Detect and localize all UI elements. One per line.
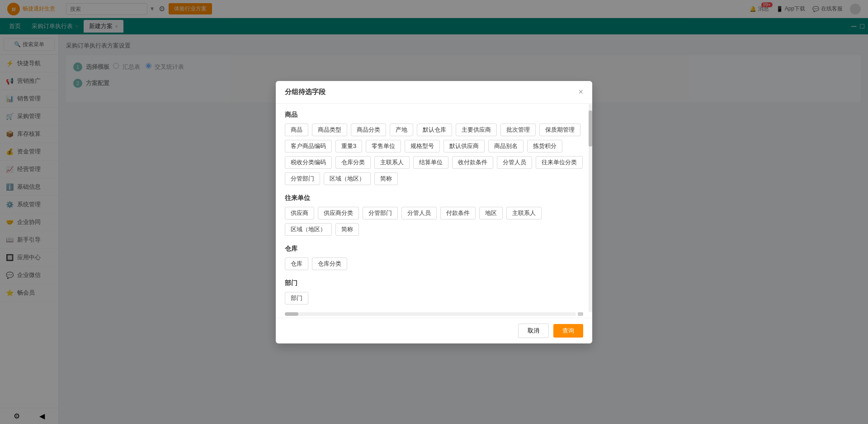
field-tag[interactable]: 商品分类 (351, 124, 386, 136)
field-tag[interactable]: 商品 (285, 124, 308, 136)
field-tag[interactable]: 规格型号 (405, 140, 440, 152)
modal-title: 分组待选字段 (285, 88, 326, 96)
field-tag[interactable]: 供应商分类 (318, 207, 359, 219)
field-tag[interactable]: 付款条件 (440, 207, 476, 219)
field-tags-warehouse: 仓库仓库分类 (285, 257, 583, 270)
field-tag[interactable]: 拣货积分 (527, 140, 562, 152)
field-tag[interactable]: 区域（地区） (324, 172, 371, 185)
field-tag[interactable]: 批次管理 (500, 124, 536, 136)
field-tag[interactable]: 仓库分类 (335, 156, 371, 169)
field-tag[interactable]: 商品别名 (488, 140, 524, 152)
field-tag[interactable]: 客户商品编码 (285, 140, 332, 152)
field-tag[interactable]: 产地 (390, 124, 413, 136)
field-group-counterpart: 往来单位 供应商供应商分类分管部门分管人员付款条件地区主联系人区域（地区）简称 (285, 194, 583, 236)
field-tag[interactable]: 简称 (374, 172, 398, 185)
modal-body[interactable]: 商品 商品商品类型商品分类产地默认仓库主要供应商批次管理保质期管理客户商品编码重… (276, 104, 592, 312)
field-group-product-title: 商品 (285, 111, 583, 119)
scroll-track (589, 104, 592, 312)
confirm-button[interactable]: 查询 (553, 324, 583, 338)
field-tag[interactable]: 主联系人 (374, 156, 410, 169)
field-tag[interactable]: 简称 (335, 223, 359, 236)
field-tags-product: 商品商品类型商品分类产地默认仓库主要供应商批次管理保质期管理客户商品编码重量3零… (285, 124, 583, 185)
field-tag[interactable]: 分管部门 (285, 172, 320, 185)
field-group-warehouse: 仓库 仓库仓库分类 (285, 245, 583, 270)
field-tag[interactable]: 商品类型 (312, 124, 347, 136)
modal-dialog: 分组待选字段 × 商品 商品商品类型商品分类产地默认仓库主要供应商批次管理保质期… (276, 81, 592, 343)
field-tag[interactable]: 地区 (479, 207, 503, 219)
horizontal-scrollbar-area (276, 312, 592, 318)
modal-overlay: 分组待选字段 × 商品 商品商品类型商品分类产地默认仓库主要供应商批次管理保质期… (0, 0, 868, 424)
field-tag[interactable]: 结算单位 (413, 156, 448, 169)
modal-footer: 取消 查询 (276, 318, 592, 343)
field-tag[interactable]: 收付款条件 (452, 156, 493, 169)
field-tag[interactable]: 部门 (285, 292, 308, 305)
modal-header: 分组待选字段 × (276, 81, 592, 104)
field-tag[interactable]: 仓库分类 (312, 257, 347, 270)
field-tag[interactable]: 主联系人 (506, 207, 542, 219)
h-scrollbar-track (285, 312, 576, 316)
field-group-department: 部门 部门 (285, 279, 583, 305)
field-tag[interactable]: 分管部门 (363, 207, 398, 219)
field-tag[interactable]: 零售单位 (366, 140, 401, 152)
field-tag[interactable]: 默认供应商 (443, 140, 485, 152)
field-tag[interactable]: 税收分类编码 (285, 156, 332, 169)
modal-close-button[interactable]: × (578, 87, 583, 97)
field-tag[interactable]: 仓库 (285, 257, 308, 270)
field-tags-counterpart: 供应商供应商分类分管部门分管人员付款条件地区主联系人区域（地区）简称 (285, 207, 583, 236)
field-tag[interactable]: 供应商 (285, 207, 314, 219)
field-group-counterpart-title: 往来单位 (285, 194, 583, 202)
field-tag[interactable]: 分管人员 (497, 156, 532, 169)
field-tag[interactable]: 区域（地区） (285, 223, 332, 236)
field-tag[interactable]: 分管人员 (401, 207, 437, 219)
field-tag[interactable]: 默认仓库 (417, 124, 452, 136)
field-group-department-title: 部门 (285, 279, 583, 287)
h-scroll-right-arrow (578, 312, 583, 316)
h-scrollbar-thumb (285, 312, 298, 316)
field-group-warehouse-title: 仓库 (285, 245, 583, 253)
field-tag[interactable]: 主要供应商 (456, 124, 497, 136)
field-group-product: 商品 商品商品类型商品分类产地默认仓库主要供应商批次管理保质期管理客户商品编码重… (285, 111, 583, 185)
scroll-thumb (589, 110, 592, 147)
field-tag[interactable]: 往来单位分类 (536, 156, 583, 169)
cancel-button[interactable]: 取消 (518, 324, 549, 338)
field-tag[interactable]: 保质期管理 (539, 124, 580, 136)
field-tag[interactable]: 重量3 (335, 140, 362, 152)
field-tags-department: 部门 (285, 292, 583, 305)
